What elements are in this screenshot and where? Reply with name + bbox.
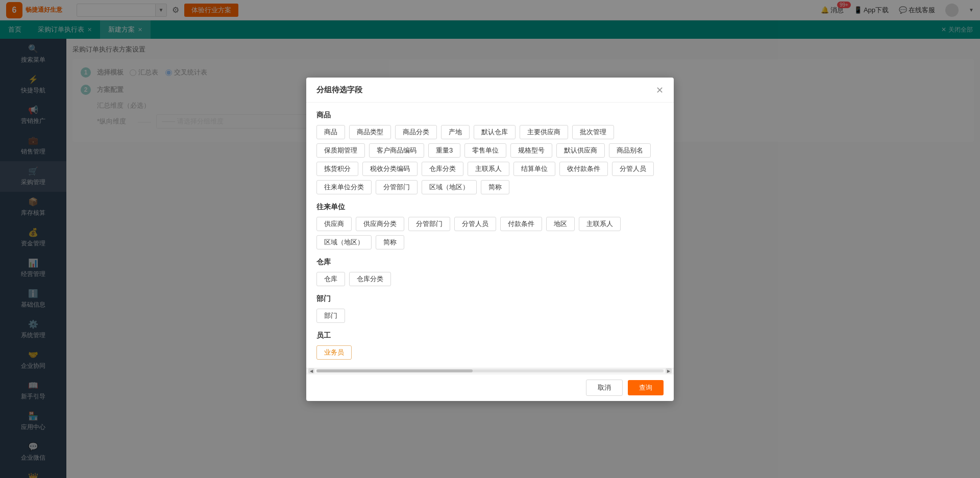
section-dept-title: 部门 (316, 294, 664, 304)
field-chip[interactable]: 分管人员 (612, 162, 654, 176)
field-chip[interactable]: 分管人员 (454, 217, 496, 231)
modal-h-scrollbar: ◀ ▶ (306, 368, 674, 374)
section-dept: 部门 部门 (316, 294, 664, 323)
h-scroll-left-btn[interactable]: ◀ (308, 368, 314, 373)
field-chip[interactable]: 仓库分类 (422, 162, 463, 176)
field-chip[interactable]: 税收分类编码 (362, 162, 418, 176)
field-chip[interactable]: 商品别名 (609, 143, 651, 158)
h-scroll-thumb[interactable] (316, 369, 473, 372)
field-chip-employee[interactable]: 业务员 (316, 345, 352, 360)
field-chip[interactable]: 重量3 (428, 143, 460, 158)
field-chip[interactable]: 收付款条件 (559, 162, 608, 176)
h-scroll-right-btn[interactable]: ▶ (666, 368, 672, 373)
modal-body: 商品 商品 商品类型 商品分类 产地 默认仓库 主要供应商 批次管理 保质期管理… (306, 103, 674, 368)
warehouse-fields: 仓库 仓库分类 (316, 272, 664, 286)
field-chip[interactable]: 商品分类 (395, 125, 437, 139)
field-chip[interactable]: 分管部门 (376, 180, 418, 194)
field-chip[interactable]: 商品 (316, 125, 345, 139)
field-chip[interactable]: 简称 (376, 235, 404, 249)
field-chip[interactable]: 默认供应商 (556, 143, 605, 158)
partner-fields: 供应商 供应商分类 分管部门 分管人员 付款条件 地区 主联系人 区域（地区） … (316, 217, 664, 249)
section-warehouse-title: 仓库 (316, 258, 664, 267)
modal-overlay: 分组待选字段 ✕ 商品 商品 商品类型 商品分类 产地 默认仓库 主要供应商 批… (0, 0, 980, 478)
cancel-button[interactable]: 取消 (586, 380, 623, 396)
field-chip[interactable]: 分管部门 (408, 217, 450, 231)
dept-fields: 部门 (316, 309, 664, 323)
field-chip[interactable]: 保质期管理 (316, 143, 365, 158)
field-chip[interactable]: 简称 (481, 180, 509, 194)
field-chip[interactable]: 仓库 (316, 272, 345, 286)
section-partner: 往来单位 供应商 供应商分类 分管部门 分管人员 付款条件 地区 主联系人 区域… (316, 203, 664, 249)
field-chip[interactable]: 商品类型 (349, 125, 391, 139)
field-chip[interactable]: 区域（地区） (316, 235, 372, 249)
section-employee: 员工 业务员 (316, 331, 664, 360)
modal-footer: 取消 查询 (306, 374, 674, 401)
field-chip[interactable]: 拣货积分 (316, 162, 358, 176)
field-chip[interactable]: 主联系人 (468, 162, 509, 176)
modal: 分组待选字段 ✕ 商品 商品 商品类型 商品分类 产地 默认仓库 主要供应商 批… (306, 78, 674, 401)
field-chip[interactable]: 付款条件 (500, 217, 542, 231)
field-chip[interactable]: 供应商 (316, 217, 352, 231)
modal-title: 分组待选字段 (316, 85, 362, 95)
confirm-button[interactable]: 查询 (628, 380, 664, 395)
field-chip[interactable]: 地区 (546, 217, 575, 231)
field-chip[interactable]: 零售单位 (464, 143, 506, 158)
section-product: 商品 商品 商品类型 商品分类 产地 默认仓库 主要供应商 批次管理 保质期管理… (316, 111, 664, 194)
section-warehouse: 仓库 仓库 仓库分类 (316, 258, 664, 286)
field-chip[interactable]: 往来单位分类 (316, 180, 372, 194)
field-chip[interactable]: 客户商品编码 (369, 143, 424, 158)
field-chip[interactable]: 仓库分类 (349, 272, 391, 286)
field-chip[interactable]: 主联系人 (579, 217, 621, 231)
field-chip[interactable]: 区域（地区） (422, 180, 477, 194)
product-fields: 商品 商品类型 商品分类 产地 默认仓库 主要供应商 批次管理 保质期管理 客户… (316, 125, 664, 194)
field-chip[interactable]: 主要供应商 (520, 125, 568, 139)
field-chip[interactable]: 规格型号 (510, 143, 552, 158)
field-chip[interactable]: 结算单位 (513, 162, 555, 176)
field-chip[interactable]: 部门 (316, 309, 345, 323)
section-product-title: 商品 (316, 111, 664, 120)
section-employee-title: 员工 (316, 331, 664, 340)
modal-header: 分组待选字段 ✕ (306, 78, 674, 103)
field-chip[interactable]: 批次管理 (572, 125, 614, 139)
field-chip[interactable]: 产地 (441, 125, 470, 139)
section-partner-title: 往来单位 (316, 203, 664, 212)
employee-fields: 业务员 (316, 345, 664, 360)
modal-close-icon[interactable]: ✕ (656, 85, 664, 96)
h-scroll-track (316, 369, 664, 372)
field-chip[interactable]: 供应商分类 (356, 217, 404, 231)
field-chip[interactable]: 默认仓库 (474, 125, 516, 139)
